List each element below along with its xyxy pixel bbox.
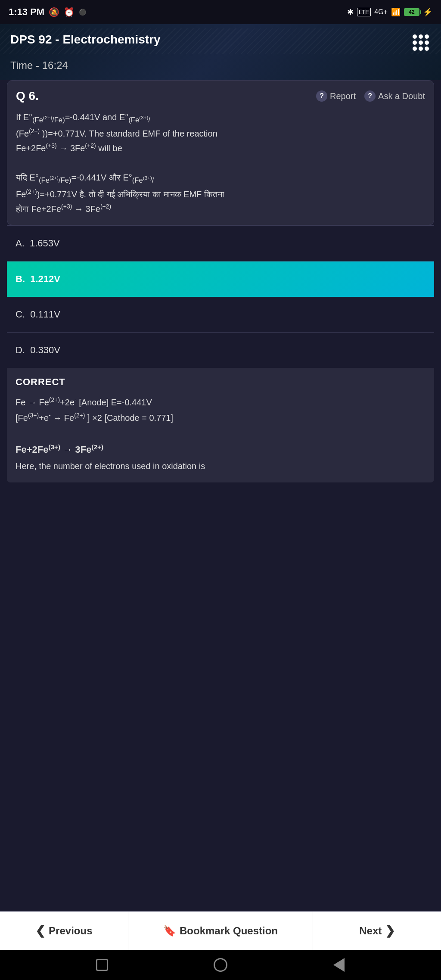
option-c-label: C. 0.111V — [16, 309, 60, 320]
option-d-label: D. 0.330V — [16, 345, 60, 355]
question-number: Q 6. — [16, 89, 39, 103]
bottom-navigation: ❮ Previous 🔖 Bookmark Question Next ❯ — [0, 911, 441, 980]
time-display: 1:13 PM — [9, 6, 44, 18]
option-a-label: A. 1.653V — [16, 238, 60, 249]
bluetooth-icon: ✱ — [347, 7, 354, 17]
status-right: ✱ LTE 4G+ 📶 42 ⚡ — [347, 7, 432, 17]
lte-icon: LTE — [357, 8, 371, 16]
ask-doubt-icon: ? — [364, 90, 376, 102]
clock-icon: ⏰ — [64, 7, 75, 17]
system-bar — [0, 950, 441, 980]
page-header: DPS 92 - Electrochemistry Time - 16:24 — [0, 24, 441, 80]
home-button[interactable] — [212, 956, 229, 974]
question-card: Q 6. ? Report ? Ask a Doubt If E°(Fe(2+)… — [7, 80, 434, 225]
previous-button[interactable]: ❮ Previous — [0, 912, 128, 950]
report-icon: ? — [316, 90, 327, 102]
ask-doubt-label: Ask a Doubt — [378, 91, 425, 101]
home-icon — [214, 958, 227, 972]
back-button[interactable] — [330, 956, 348, 974]
option-c[interactable]: C. 0.111V — [7, 297, 434, 333]
ask-doubt-button[interactable]: ? Ask a Doubt — [364, 90, 425, 102]
solution-text: Fe → Fe(2+)+2e- [Anode] E=-0.441V [Fe(3+… — [16, 395, 425, 474]
battery-icon: 42 — [404, 8, 419, 16]
options-container: A. 1.653V B. 1.212V C. 0.111V D. 0.330V — [0, 226, 441, 368]
report-label: Report — [330, 91, 356, 101]
recent-apps-icon — [96, 959, 108, 971]
question-body: If E°(Fe(2+)/Fe)=-0.441V and E°(Fe(3+)/ … — [16, 110, 425, 216]
option-d[interactable]: D. 0.330V — [7, 333, 434, 368]
recent-apps-button[interactable] — [93, 956, 111, 974]
grid-menu-icon[interactable] — [411, 33, 431, 53]
nav-buttons-row: ❮ Previous 🔖 Bookmark Question Next ❯ — [0, 911, 441, 950]
status-bar: 1:13 PM 🔕 ⏰ ⚫ ✱ LTE 4G+ 📶 42 ⚡ — [0, 0, 441, 24]
status-time: 1:13 PM 🔕 ⏰ ⚫ — [9, 6, 86, 18]
solution-line3: Fe+2Fe(3+) → 3Fe(2+) — [16, 441, 425, 458]
dot-icon: ⚫ — [79, 9, 86, 16]
solution-section: CORRECT Fe → Fe(2+)+2e- [Anode] E=-0.441… — [7, 368, 434, 482]
next-label: Next — [359, 925, 382, 937]
question-text-hindi: यदि E°(Fe(2+)/Fe)=-0.441V और E°(Fe(3+)/ … — [16, 170, 425, 216]
bookmark-label: Bookmark Question — [180, 925, 278, 937]
option-b-label: B. 1.212V — [16, 274, 60, 284]
option-a[interactable]: A. 1.653V — [7, 226, 434, 261]
page-title: DPS 92 - Electrochemistry — [10, 33, 161, 47]
signal-4g-icon: 4G+ — [374, 8, 388, 16]
bookmark-icon: 🔖 — [163, 925, 176, 937]
alarm-icon: 🔕 — [49, 7, 59, 17]
battery-level: 42 — [409, 9, 414, 15]
left-arrow-icon: ❮ — [35, 924, 45, 938]
back-icon — [333, 958, 345, 972]
previous-label: Previous — [49, 925, 92, 937]
solution-label: CORRECT — [16, 376, 425, 388]
bookmark-button[interactable]: 🔖 Bookmark Question — [128, 912, 314, 950]
report-button[interactable]: ? Report — [316, 90, 356, 102]
question-header: Q 6. ? Report ? Ask a Doubt — [16, 89, 425, 103]
charging-icon: ⚡ — [423, 7, 432, 17]
solution-line2: [Fe(3+)+e- → Fe(2+) ] ×2 [Cathode = 0.77… — [16, 410, 425, 426]
solution-line4: Here, the number of electrons used in ox… — [16, 458, 425, 474]
right-arrow-icon: ❯ — [385, 924, 395, 938]
question-actions: ? Report ? Ask a Doubt — [316, 90, 425, 102]
timer-display: Time - 16:24 — [10, 59, 431, 72]
signal-bars-icon: 📶 — [391, 7, 401, 17]
solution-line1: Fe → Fe(2+)+2e- [Anode] E=-0.441V — [16, 395, 425, 410]
option-b[interactable]: B. 1.212V — [7, 261, 434, 297]
question-text-english: If E°(Fe(2+)/Fe)=-0.441V and E°(Fe(3+)/ … — [16, 110, 425, 156]
next-button[interactable]: Next ❯ — [313, 912, 441, 950]
